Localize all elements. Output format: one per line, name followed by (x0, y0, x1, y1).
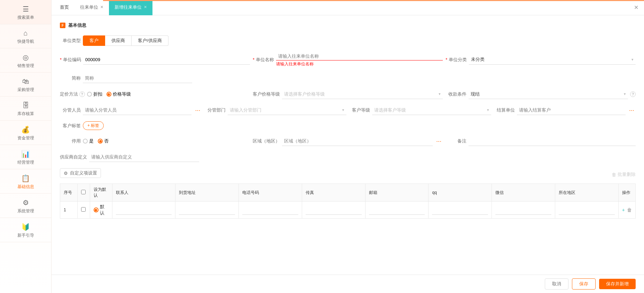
phone-input[interactable] (242, 205, 298, 215)
sidebar-item-inventory[interactable]: 🗄 库存核算 (0, 97, 51, 121)
region-input[interactable] (282, 136, 433, 146)
pricing-discount-radio[interactable]: 折扣 (87, 91, 102, 97)
row-checkbox[interactable] (81, 207, 86, 212)
contact-input[interactable] (116, 205, 172, 215)
cancel-button[interactable]: 取消 (545, 278, 568, 290)
region-field: 区域（地区） ··· (253, 136, 443, 146)
payment-terms-help-icon[interactable]: ? (630, 91, 636, 97)
unit-type-group: 客户 供应商 客户/供应商 (83, 35, 168, 46)
unit-type-both-button[interactable]: 客户/供应商 (132, 35, 168, 46)
settlement-more-button[interactable]: ··· (628, 107, 636, 113)
disabled-row: 停用 是 否 区域（地区） ··· (60, 136, 636, 146)
unit-code-input[interactable] (83, 55, 250, 65)
sidebar-item-label-sales: 销售管理 (17, 63, 34, 69)
short-name-row: 简称 (60, 73, 636, 83)
batch-delete-button[interactable]: 🗑 批量删除 (612, 171, 636, 178)
delete-row-button[interactable]: 🗑 (627, 207, 632, 213)
note-input[interactable] (469, 136, 636, 146)
disabled-no-radio[interactable]: 否 (98, 138, 109, 144)
customer-price-level-select[interactable]: 请选择客户价格等级 ▾ (282, 89, 443, 99)
add-row-button[interactable]: + (622, 207, 625, 213)
pricing-help-icon[interactable]: ? (79, 91, 85, 97)
unit-category-select[interactable]: 未分类 ▾ (469, 55, 636, 65)
col-contact: 联系人 (112, 184, 175, 202)
supplier-custom-input[interactable] (89, 152, 199, 162)
payment-terms-select[interactable]: 现结 ▾ (469, 89, 628, 99)
tab-partners-close-icon[interactable]: ✕ (100, 5, 103, 9)
save-and-new-button[interactable]: 保存并新增 (599, 279, 636, 289)
manager-more-button[interactable]: ··· (194, 107, 202, 113)
cell-wechat (492, 202, 555, 219)
pricing-radio-group: 折扣 价格等级 (87, 91, 131, 97)
col-seq: 序号 (60, 184, 78, 202)
cell-check (78, 202, 90, 219)
content-area: F 基本信息 单位类型 客户 供应商 客户/供应商 * 单位编码 (52, 15, 644, 275)
col-phone: 电话号码 (239, 184, 302, 202)
unit-category-value: 未分类 (471, 56, 630, 63)
payment-terms-value: 现结 (471, 91, 622, 97)
default-radio[interactable]: 默认 (94, 204, 109, 216)
email-input[interactable] (369, 205, 425, 215)
unit-name-field: * 单位名称 请输入往来单位名称 (253, 52, 443, 67)
sidebar-item-search[interactable]: ☰ 搜索菜单 (0, 0, 51, 24)
unit-type-supplier-button[interactable]: 供应商 (105, 35, 132, 46)
tab-new-partner-close-icon[interactable]: ✕ (144, 5, 147, 9)
cell-fax (302, 202, 365, 219)
address-input[interactable] (179, 205, 235, 215)
custom-settings-button[interactable]: ⚙ 自定义项设置 (60, 168, 101, 178)
section-title: 基本信息 (68, 22, 86, 29)
add-tag-button[interactable]: + 标签 (83, 121, 104, 130)
tab-partners-label: 往来单位 (80, 4, 98, 10)
guide-icon: 🔰 (21, 223, 30, 231)
select-all-checkbox[interactable] (81, 190, 86, 194)
save-button[interactable]: 保存 (572, 278, 596, 290)
region-more-button[interactable]: ··· (435, 138, 443, 144)
fax-input[interactable] (306, 205, 362, 215)
search-menu-icon: ☰ (23, 5, 29, 13)
sidebar-item-finance[interactable]: 💰 资金管理 (0, 121, 51, 145)
tab-new-partner[interactable]: 新增往来单位 ✕ (109, 0, 152, 15)
customer-level-select[interactable]: 请选择客户等级 ▾ (372, 105, 491, 115)
sidebar-item-basic-info[interactable]: 📋 基础信息 (0, 169, 51, 194)
pricing-discount-label: 折扣 (93, 91, 102, 97)
unit-type-customer-button[interactable]: 客户 (83, 35, 105, 46)
tab-home[interactable]: 首页 (54, 0, 74, 15)
payment-terms-label: 收款条件 (446, 91, 466, 97)
short-name-label: 简称 (60, 75, 81, 81)
disabled-yes-radio[interactable]: 是 (83, 138, 94, 144)
sidebar-item-operations[interactable]: 📊 经营管理 (0, 145, 51, 169)
wechat-input[interactable] (495, 205, 551, 215)
sidebar-item-guide[interactable]: 🔰 新手引导 (0, 218, 51, 242)
sidebar-item-sales[interactable]: ◎ 销售管理 (0, 48, 51, 73)
system-icon: ⚙ (23, 198, 29, 207)
disabled-label: 停用 (60, 138, 81, 144)
supplier-custom-label: 供应商自定义 (60, 154, 87, 160)
sidebar-item-system[interactable]: ⚙ 系统管理 (0, 194, 51, 218)
short-name-input[interactable] (83, 73, 192, 83)
region-table-input[interactable] (559, 205, 615, 215)
sidebar-item-label-finance: 资金管理 (17, 135, 34, 141)
batch-delete-label: 批量删除 (618, 171, 636, 178)
pricing-level-radio[interactable]: 价格等级 (107, 91, 131, 97)
sidebar-item-purchase[interactable]: 🛍 采购管理 (0, 73, 51, 97)
close-all-tabs-button[interactable]: ✕ (631, 4, 641, 11)
sidebar: ☰ 搜索菜单 ⌂ 快捷导航 ◎ 销售管理 🛍 采购管理 🗄 库存核算 💰 资金管… (0, 0, 52, 293)
region-label: 区域（地区） (253, 138, 280, 144)
cell-action: + 🗑 (618, 202, 635, 219)
supplier-custom-field: 供应商自定义 (60, 152, 199, 162)
manager-input[interactable] (83, 105, 191, 115)
unit-name-input[interactable] (276, 52, 443, 60)
customer-level-label: 客户等级 (349, 107, 370, 113)
settlement-input[interactable] (517, 105, 626, 115)
customer-price-level-chevron-icon: ▾ (439, 92, 441, 96)
tab-partners[interactable]: 往来单位 ✕ (74, 0, 109, 15)
unit-type-field: 单位类型 客户 供应商 客户/供应商 (60, 35, 636, 46)
default-radio-circle (94, 207, 99, 212)
dept-select[interactable]: 请输入分管部门 ▾ (228, 105, 347, 115)
customer-level-field: 客户等级 请选择客户等级 ▾ (349, 105, 491, 115)
qq-input[interactable] (432, 205, 488, 215)
customer-price-level-field: 客户价格等级 请选择客户价格等级 ▾ (253, 89, 443, 99)
cell-phone (239, 202, 302, 219)
sidebar-item-quick-nav[interactable]: ⌂ 快捷导航 (0, 24, 51, 48)
pricing-row: 定价方法 ? 折扣 价格等级 客户价格 (60, 89, 636, 99)
